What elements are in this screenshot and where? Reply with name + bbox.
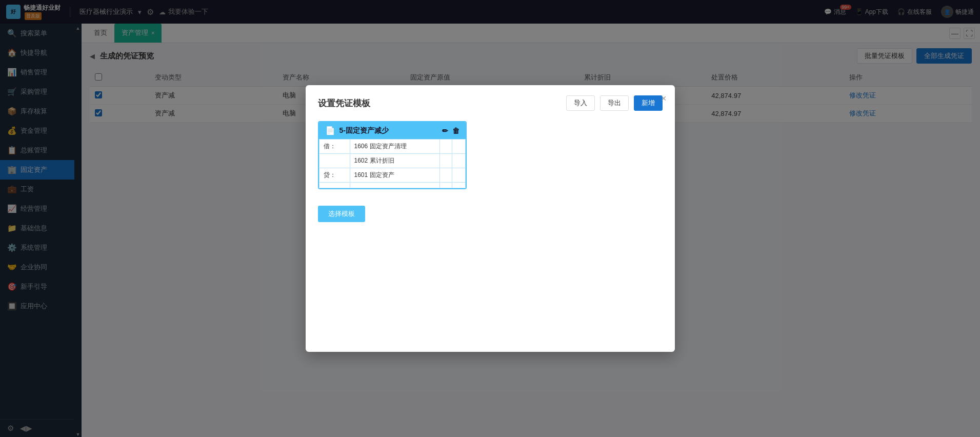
template-header-actions: ✏ 🗑	[442, 127, 459, 135]
template-card-header: 📄 5-固定资产减少 ✏ 🗑	[319, 122, 466, 139]
entry4-label	[319, 183, 350, 188]
template-doc-icon: 📄	[325, 126, 335, 135]
select-template-button[interactable]: 选择模板	[318, 206, 365, 222]
entry1-account: 1606 固定资产清理	[350, 140, 439, 154]
import-button[interactable]: 导入	[566, 95, 595, 111]
entry2-account: 1602 累计折旧	[350, 154, 439, 168]
dialog-close-button[interactable]: ×	[661, 93, 667, 104]
entry1-label: 借：	[319, 140, 350, 154]
entry3-label: 贷：	[319, 168, 350, 183]
entry4-credit	[452, 183, 465, 188]
dialog: × 设置凭证模板 导入 导出 新增 📄 5-固定资产减少 ✏ 🗑	[306, 85, 675, 352]
dialog-body: 📄 5-固定资产减少 ✏ 🗑 借： 1606 固定资产清理	[306, 116, 675, 234]
entry4-debit	[439, 183, 452, 188]
dialog-header: 设置凭证模板 导入 导出 新增	[306, 85, 675, 116]
template-name: 5-固定资产减少	[339, 126, 389, 135]
entry1-credit	[452, 140, 465, 154]
entry3-account: 1601 固定资产	[350, 168, 439, 183]
template-entry-row: 借： 1606 固定资产清理	[319, 140, 465, 154]
template-entry-row	[319, 183, 465, 188]
entry3-debit	[439, 168, 452, 183]
entry2-label	[319, 154, 350, 168]
template-entry-row: 贷： 1601 固定资产	[319, 168, 465, 183]
dialog-overlay: × 设置凭证模板 导入 导出 新增 📄 5-固定资产减少 ✏ 🗑	[0, 0, 980, 437]
select-template-wrapper: 选择模板	[318, 197, 663, 222]
template-card: 📄 5-固定资产减少 ✏ 🗑 借： 1606 固定资产清理	[318, 121, 467, 189]
template-edit-icon[interactable]: ✏	[442, 127, 448, 135]
entry1-debit	[439, 140, 452, 154]
template-entries-table: 借： 1606 固定资产清理 1602 累计折旧 贷：	[319, 139, 466, 188]
entry2-credit	[452, 154, 465, 168]
export-button[interactable]: 导出	[600, 95, 629, 111]
new-button[interactable]: 新增	[634, 95, 663, 111]
dialog-action-buttons: 导入 导出 新增	[566, 95, 663, 111]
dialog-title: 设置凭证模板	[318, 97, 370, 109]
entry3-credit	[452, 168, 465, 183]
entry2-debit	[439, 154, 452, 168]
template-delete-icon[interactable]: 🗑	[452, 127, 459, 135]
entry4-account	[350, 183, 439, 188]
template-entry-row: 1602 累计折旧	[319, 154, 465, 168]
